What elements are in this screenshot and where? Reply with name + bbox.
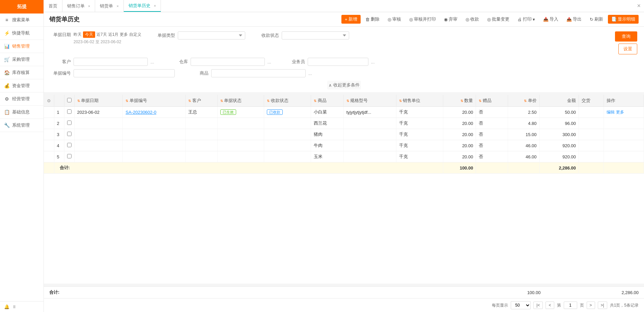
customer-select-icon[interactable]: ... bbox=[150, 59, 154, 64]
row-check[interactable] bbox=[64, 107, 74, 118]
sidebar-item-sys-mgmt[interactable]: 🔧 系统管理 bbox=[0, 119, 44, 132]
notification-icon[interactable]: 🔔 bbox=[4, 304, 9, 309]
refresh-icon: ↻ bbox=[590, 17, 593, 22]
row-date bbox=[74, 118, 123, 129]
th-unit[interactable]: ⇅ 销售单位 bbox=[396, 95, 443, 107]
edit-op[interactable]: 编辑 bbox=[607, 109, 615, 115]
tab-home[interactable]: 首页 bbox=[44, 0, 62, 12]
sidebar-item-sales-mgmt[interactable]: 📊 销售管理 bbox=[0, 40, 44, 53]
export-button[interactable]: 📤 导出 bbox=[563, 15, 585, 24]
goods-select-icon[interactable]: ... bbox=[308, 71, 312, 76]
shortcut-yesterday[interactable]: 昨天 bbox=[74, 32, 82, 37]
th-doc-no[interactable]: ⇅ 单据编号 bbox=[123, 95, 186, 107]
sidebar-item-ops-mgmt[interactable]: ⚙ 经营管理 bbox=[0, 93, 44, 106]
select-all-checkbox[interactable] bbox=[67, 98, 72, 102]
collect-button[interactable]: ◎ 收款 bbox=[462, 15, 482, 24]
doc-type-select[interactable] bbox=[178, 31, 245, 40]
th-date[interactable]: ⇅ 单据日期 bbox=[74, 95, 123, 107]
row-check[interactable] bbox=[64, 151, 74, 162]
doc-no-link[interactable]: SA-20230602-0 bbox=[125, 110, 156, 115]
query-button[interactable]: 查询 bbox=[615, 31, 637, 42]
shortcut-custom[interactable]: 自定义 bbox=[129, 32, 141, 37]
import-button[interactable]: 📥 导入 bbox=[540, 15, 562, 24]
date-shortcuts: 昨天 今天 近7天 近1月 更多 自定义 bbox=[74, 31, 141, 38]
wrench-icon: 🔧 bbox=[4, 123, 9, 128]
display-detail-button[interactable]: 📑 显示明细 bbox=[608, 15, 639, 24]
tab-bar-close[interactable]: × bbox=[637, 2, 644, 9]
shortcut-today[interactable]: 今天 bbox=[83, 31, 95, 38]
th-customer[interactable]: ⇅ 客户 bbox=[186, 95, 217, 107]
th-spec[interactable]: ⇅ 规格型号 bbox=[343, 95, 396, 107]
pause-icon[interactable]: ⏸ bbox=[12, 304, 17, 309]
sidebar-item-quick-nav[interactable]: ⚡ 快捷导航 bbox=[0, 27, 44, 40]
shortcut-1month[interactable]: 近1月 bbox=[108, 32, 119, 37]
warehouse-select-icon[interactable]: ... bbox=[268, 59, 271, 64]
sort-icon: ⇅ bbox=[346, 99, 349, 103]
prev-page-button[interactable]: < bbox=[545, 302, 554, 309]
tab-sales-goods-close[interactable]: × bbox=[116, 4, 118, 8]
col-settings bbox=[44, 129, 54, 140]
sidebar-item-search-menu[interactable]: ≡ 搜索菜单 bbox=[0, 14, 44, 27]
collapse-button[interactable]: ∧ 收起更多条件 bbox=[327, 81, 361, 89]
first-page-button[interactable]: |< bbox=[533, 302, 543, 309]
th-doc-status[interactable]: ⇅ 单据状态 bbox=[217, 95, 264, 107]
setting-button[interactable]: 设置 bbox=[618, 44, 637, 54]
tab-sales-order-close[interactable]: × bbox=[88, 4, 90, 8]
print-chevron: ▾ bbox=[533, 17, 535, 22]
row-check[interactable] bbox=[64, 118, 74, 129]
tab-sales-history[interactable]: 销货单历史 × bbox=[124, 0, 161, 12]
th-amount[interactable]: 金额 bbox=[539, 95, 579, 107]
col-check[interactable] bbox=[64, 95, 74, 107]
salesperson-input[interactable] bbox=[308, 58, 368, 66]
th-qty[interactable]: ⇅ 数量 bbox=[443, 95, 476, 107]
print-button[interactable]: 🖨 打印 ▾ bbox=[514, 15, 538, 24]
refresh-button[interactable]: ↻ 刷新 bbox=[586, 15, 607, 24]
row-customer bbox=[186, 140, 217, 151]
row-trade bbox=[579, 118, 604, 129]
tab-sales-history-close[interactable]: × bbox=[154, 4, 156, 8]
more-op[interactable]: 更多 bbox=[616, 109, 624, 115]
date-range-display: 2023-06-02 至 2023-06-02 bbox=[74, 39, 121, 45]
customer-input[interactable] bbox=[74, 58, 148, 66]
doc-no-label: 单据编号 bbox=[51, 70, 71, 76]
review-icon: ◎ bbox=[388, 17, 391, 22]
warehouse-input[interactable] bbox=[191, 58, 265, 66]
review-print-button[interactable]: ◎ 审核并打印 bbox=[406, 15, 439, 24]
doc-no-input[interactable] bbox=[74, 69, 175, 77]
delete-button[interactable]: 🗑 删除 bbox=[362, 15, 383, 24]
th-payment-status[interactable]: ⇅ 收款状态 bbox=[264, 95, 311, 107]
row-check[interactable] bbox=[64, 140, 74, 151]
sidebar-item-basic-info[interactable]: 📋 基础信息 bbox=[0, 106, 44, 119]
abandon-button[interactable]: ◉ 弃审 bbox=[441, 15, 461, 24]
th-gift[interactable]: ⇅ 赠品 bbox=[476, 95, 508, 107]
next-page-button[interactable]: > bbox=[587, 302, 595, 309]
goods-input[interactable] bbox=[211, 69, 306, 77]
shortcut-more[interactable]: 更多 bbox=[120, 32, 128, 37]
sidebar-item-fund-mgmt[interactable]: 💰 资金管理 bbox=[0, 79, 44, 93]
goods-label: 商品 bbox=[188, 70, 208, 76]
payment-status-select[interactable] bbox=[282, 31, 349, 40]
tab-sales-goods[interactable]: 销货单 × bbox=[95, 0, 123, 12]
salesperson-select-icon[interactable]: ... bbox=[371, 59, 375, 64]
tab-sales-order[interactable]: 销售订单 × bbox=[62, 0, 95, 12]
batch-change-button[interactable]: ◎ 批量变更 bbox=[484, 15, 513, 24]
doc-status-badge: 已生效 bbox=[220, 109, 236, 115]
review-button[interactable]: ◎ 审核 bbox=[384, 15, 404, 24]
th-price[interactable]: ⇅ 单价 bbox=[508, 95, 539, 107]
row-trade bbox=[579, 140, 604, 151]
row-ops-cell bbox=[604, 140, 644, 151]
last-page-button[interactable]: >| bbox=[598, 302, 607, 309]
row-ops-cell[interactable]: 编辑更多 bbox=[604, 107, 644, 118]
per-page-select[interactable]: 50 100 200 bbox=[511, 301, 531, 309]
page-number-input[interactable]: 1 bbox=[564, 302, 577, 309]
row-unit: 千克 bbox=[396, 107, 443, 118]
sidebar-item-purchase-mgmt[interactable]: 🛒 采购管理 bbox=[0, 53, 44, 66]
new-button[interactable]: + 新增 bbox=[341, 15, 361, 24]
col-settings[interactable]: ⚙ bbox=[44, 95, 54, 107]
row-doc-no[interactable]: SA-20230602-0 bbox=[123, 107, 186, 118]
sort-icon: ⇅ bbox=[314, 99, 316, 103]
th-goods[interactable]: ⇅ 商品 bbox=[311, 95, 343, 107]
shortcut-7days[interactable]: 近7天 bbox=[96, 32, 107, 37]
row-check[interactable] bbox=[64, 129, 74, 140]
sidebar-item-inventory-calc[interactable]: 🏠 库存核算 bbox=[0, 66, 44, 79]
